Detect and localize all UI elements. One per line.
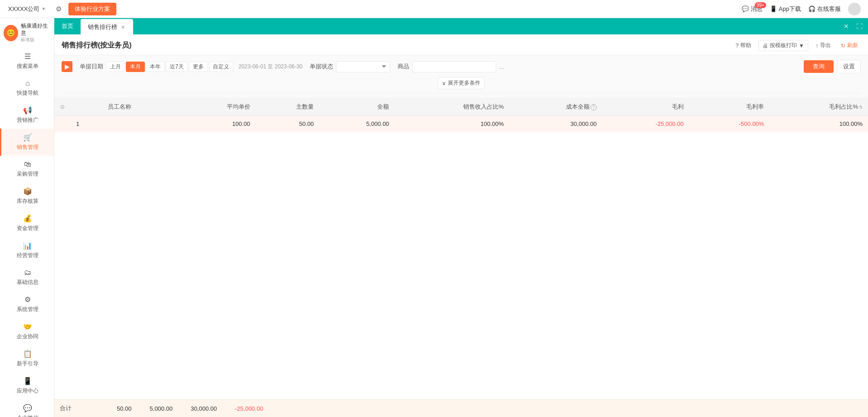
refresh-button[interactable]: ↻ 刷新 [838, 40, 861, 51]
inventory-icon: 📦 [23, 187, 32, 196]
sidebar-label-quick-nav: 快捷导航 [17, 89, 38, 97]
date-this-month-btn[interactable]: 本月 [126, 62, 145, 72]
sidebar-item-marketing[interactable]: 📢 营销推广 [0, 101, 54, 129]
tab-bar: 首页 销售排行榜 ✕ ✕ ⛶ [54, 18, 868, 34]
print-icon: 🖨 [762, 43, 768, 49]
export-button[interactable]: ↑ 导出 [813, 40, 834, 51]
query-button[interactable]: 查询 [804, 60, 834, 73]
sidebar-label-sales: 销售管理 [17, 144, 38, 151]
table-container: ⚙ 员工名称 平均单价 主数量 全额 销售收入占比% 成本全额? 毛利 毛利率 [54, 98, 868, 399]
th-settings: ⚙ [54, 98, 71, 116]
company-selector[interactable]: XXXXX公司 ▼ [5, 4, 48, 14]
th-rank [71, 98, 102, 116]
tab-close-icon[interactable]: ✕ [120, 24, 126, 31]
avatar[interactable] [848, 3, 863, 15]
date-last-month-btn[interactable]: 上月 [106, 62, 125, 72]
sidebar-item-inventory[interactable]: 📦 库存核算 [0, 182, 54, 210]
refresh-icon: ↻ [841, 43, 845, 49]
sidebar-item-quick-nav[interactable]: ⌂ 快捷导航 [0, 75, 54, 101]
support-icon: 🎧 [808, 5, 815, 12]
user-avatar [848, 3, 861, 15]
cost-tip-icon[interactable]: ? [590, 104, 597, 110]
sidebar-item-sales[interactable]: 🛒 销售管理 [0, 129, 54, 156]
export-icon: ↑ [815, 43, 818, 49]
table-header-row: ⚙ 员工名称 平均单价 主数量 全额 销售收入占比% 成本全额? 毛利 毛利率 [54, 98, 868, 116]
date-this-year-btn[interactable]: 本年 [146, 62, 165, 72]
sidebar-label-system: 系统管理 [17, 306, 38, 313]
footer-amount: 5,000.00 [150, 405, 173, 412]
expand-more-button[interactable]: ∨ 展开更多条件 [438, 77, 484, 89]
footer-gross: -25,000.00 [235, 405, 263, 412]
sidebar-label-wechat: 企业微信 [17, 414, 38, 417]
search-menu-icon: ☰ [24, 52, 31, 61]
date-filter-group: 单据日期 上月 本月 本年 近7天 更多 自定义 2023-06-01 至 20… [80, 62, 302, 72]
goods-filter-group: 商品 ... [398, 61, 504, 72]
basics-icon: 🗂 [24, 268, 31, 277]
th-gross: 毛利 [602, 98, 689, 116]
data-table: ⚙ 员工名称 平均单价 主数量 全额 销售收入占比% 成本全额? 毛利 毛利率 [54, 98, 868, 132]
purchase-icon: 🛍 [24, 160, 31, 168]
th-gross-rate: 毛利率 [689, 98, 770, 116]
sidebar-item-basics[interactable]: 🗂 基础信息 [0, 264, 54, 291]
logo-icon: 😊 [4, 25, 18, 41]
help-button[interactable]: ? 帮助 [733, 40, 754, 51]
date-more-btn[interactable]: 更多 [189, 62, 208, 72]
footer-label: 合计 [60, 404, 72, 412]
td-employee [102, 116, 179, 132]
top-bar: XXXXX公司 ▼ ⚙ 体验行业方案 💬 消息 99+ 📱 App下载 🎧 在线… [0, 0, 868, 18]
sidebar-label-purchase: 采购管理 [17, 170, 38, 178]
goods-more-icon[interactable]: ... [499, 63, 504, 70]
app-download-button[interactable]: 📱 App下载 [770, 5, 801, 13]
tab-sales-ranking[interactable]: 销售排行榜 ✕ [81, 19, 133, 35]
date-btn-group: 上月 本月 本年 近7天 更多 自定义 [106, 62, 233, 72]
filter-collapse-button[interactable]: ▶ [62, 61, 72, 72]
tab-close-all-icon[interactable]: ✕ [842, 21, 851, 32]
td-gross: -25,000.00 [602, 116, 689, 132]
td-quantity: 50.00 [256, 116, 319, 132]
sidebar-item-finance[interactable]: 💰 资金管理 [0, 210, 54, 237]
expand-more-row: ∨ 展开更多条件 [62, 73, 861, 93]
sidebar-label-operations: 经营管理 [17, 252, 38, 259]
print-button[interactable]: 🖨 按模板打印 ▼ [758, 40, 808, 51]
sidebar-item-collab[interactable]: 🤝 企业协同 [0, 318, 54, 345]
help-icon: ? [735, 43, 739, 49]
sidebar-item-wechat[interactable]: 💬 企业微信 [0, 399, 54, 417]
sidebar-item-guide[interactable]: 📋 新手引导 [0, 345, 54, 372]
goods-input[interactable] [412, 61, 496, 72]
sidebar-item-apps[interactable]: 📱 应用中心 [0, 372, 54, 399]
sort-icon[interactable]: ⇅ [859, 105, 863, 110]
settings-button[interactable]: ⚙ [52, 3, 65, 15]
finance-icon: 💰 [23, 214, 32, 223]
date-custom-btn[interactable]: 自定义 [209, 62, 233, 72]
th-amount: 全额 [319, 98, 394, 116]
setting-button[interactable]: 设置 [837, 60, 861, 73]
sidebar-item-operations[interactable]: 📊 经营管理 [0, 237, 54, 264]
tab-home[interactable]: 首页 [54, 18, 81, 34]
sidebar-label-apps: 应用中心 [17, 387, 38, 395]
sidebar-item-purchase[interactable]: 🛍 采购管理 [0, 156, 54, 182]
tab-maximize-icon[interactable]: ⛶ [854, 21, 864, 32]
sidebar-item-search[interactable]: ☰ 搜索菜单 [0, 48, 54, 75]
sidebar-item-system[interactable]: ⚙ 系统管理 [0, 291, 54, 318]
marketing-icon: 📢 [23, 106, 32, 115]
message-icon: 💬 [742, 5, 749, 12]
trial-button[interactable]: 体验行业方案 [68, 3, 116, 15]
table-footer: 合计 50.00 5,000.00 30,000.00 -25,000.00 [54, 399, 868, 417]
online-support-button[interactable]: 🎧 在线客服 [808, 5, 841, 13]
page-header: 销售排行榜(按业务员) ? 帮助 🖨 按模板打印 ▼ ↑ 导出 [54, 34, 868, 55]
chevron-down-icon: ▼ [41, 6, 46, 11]
th-employee: 员工名称 [102, 98, 179, 116]
th-gross-pct: 毛利占比%⇅ [769, 98, 868, 116]
th-cost: 成本全额? [509, 98, 602, 116]
filter-bar: ▶ 单据日期 上月 本月 本年 近7天 更多 自定义 2023-06-01 至 … [54, 55, 868, 98]
td-sales-pct: 100.00% [394, 116, 509, 132]
sales-ranking-tab-label: 销售排行榜 [88, 23, 117, 31]
status-select[interactable] [336, 61, 390, 72]
td-amount: 5,000.00 [319, 116, 394, 132]
date-last-7-days-btn[interactable]: 近7天 [166, 62, 188, 72]
message-button[interactable]: 💬 消息 99+ [742, 5, 762, 13]
sales-icon: 🛒 [23, 133, 32, 142]
status-filter-group: 单据状态 [310, 61, 390, 72]
th-sales-pct: 销售收入占比% [394, 98, 509, 116]
sidebar-label-marketing: 营销推广 [17, 116, 38, 124]
